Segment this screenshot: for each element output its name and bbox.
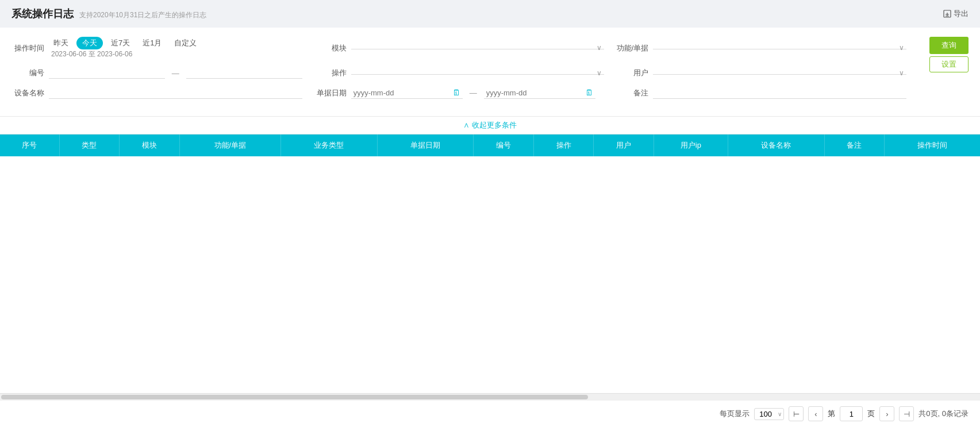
last1m-btn[interactable]: 近1月 (138, 37, 166, 49)
action-buttons: 查询 设置 (929, 37, 969, 72)
per-page-select[interactable]: 100 50 200 (754, 408, 784, 420)
time-range: 2023-06-06 至 2023-06-06 (51, 49, 201, 59)
remark-input[interactable] (653, 87, 906, 99)
data-table: 序号 类型 模块 功能/单据 业务类型 单据日期 编号 操作 用户 用户ip 设… (0, 134, 980, 156)
date-to-input[interactable] (486, 89, 583, 97)
last7-btn[interactable]: 近7天 (106, 37, 134, 49)
time-filter-cell: 操作时间 昨天 今天 近7天 近1月 自定义 2023-06-06 至 2023… (11, 37, 314, 59)
custom-btn[interactable]: 自定义 (170, 37, 201, 49)
table-wrapper: 序号 类型 模块 功能/单据 业务类型 单据日期 编号 操作 用户 用户ip 设… (0, 134, 980, 393)
device-filter-cell: 设备名称 (11, 87, 314, 99)
module-chevron-icon: ∨ (597, 44, 602, 52)
code-label: 编号 (11, 68, 49, 78)
remark-label: 备注 (616, 88, 653, 98)
op-filter-cell: 操作 ∨ (314, 67, 616, 79)
next-page-btn[interactable]: › (879, 406, 894, 421)
last-page-btn[interactable]: ⊣ (899, 406, 914, 421)
col-voucher-date: 单据日期 (377, 134, 474, 156)
page-unit: 页 (867, 409, 875, 419)
header-row: 序号 类型 模块 功能/单据 业务类型 单据日期 编号 操作 用户 用户ip 设… (0, 134, 980, 156)
col-func: 功能/单据 (179, 134, 280, 156)
table-header: 序号 类型 模块 功能/单据 业务类型 单据日期 编号 操作 用户 用户ip 设… (0, 134, 980, 156)
collapse-bar[interactable]: ∧ 收起更多条件 (0, 117, 980, 134)
date-to-wrapper[interactable]: 🗓 (484, 87, 595, 99)
user-label: 用户 (616, 68, 653, 78)
date-from-input[interactable] (353, 89, 450, 97)
op-label: 操作 (314, 68, 351, 78)
per-page-label: 每页显示 (720, 409, 750, 419)
remark-filter-cell: 备注 (616, 87, 918, 99)
prev-page-btn[interactable]: ‹ (808, 406, 823, 421)
col-op-time: 操作时间 (884, 134, 980, 156)
user-select[interactable]: ∨ (653, 72, 906, 75)
page-subtitle: 支持2020年10月31日之后产生的操作日志 (79, 10, 206, 20)
today-btn[interactable]: 今天 (76, 37, 103, 49)
module-label: 模块 (314, 43, 351, 53)
yesterday-btn[interactable]: 昨天 (49, 37, 73, 49)
func-chevron-icon: ∨ (899, 44, 904, 52)
total-info: 共0页, 0条记录 (918, 409, 969, 419)
voucher-date-label: 单据日期 (314, 88, 351, 98)
col-op: 操作 (533, 134, 593, 156)
collapse-label: 收起更多条件 (472, 121, 517, 129)
device-label: 设备名称 (11, 88, 49, 98)
page-label: 第 (828, 409, 835, 419)
page-title: 系统操作日志 (11, 7, 74, 21)
col-remark: 备注 (824, 134, 884, 156)
calendar-from-icon[interactable]: 🗓 (452, 88, 460, 97)
code-input-to[interactable] (186, 67, 302, 79)
title-area: 系统操作日志 支持2020年10月31日之后产生的操作日志 (11, 7, 206, 21)
col-user: 用户 (594, 134, 654, 156)
time-options: 昨天 今天 近7天 近1月 自定义 (49, 37, 201, 49)
op-select[interactable]: ∨ (351, 72, 605, 75)
query-button[interactable]: 查询 (929, 37, 969, 54)
horizontal-scrollbar[interactable] (0, 393, 980, 400)
per-page-wrapper[interactable]: 100 50 200 (754, 408, 784, 420)
col-device: 设备名称 (728, 134, 824, 156)
col-user-ip: 用户ip (654, 134, 728, 156)
device-input[interactable] (49, 87, 302, 99)
pagination-bar: 每页显示 100 50 200 ⊢ ‹ 第 页 › ⊣ 共0页, 0条记录 (0, 400, 980, 427)
op-chevron-icon: ∨ (597, 69, 602, 77)
page-header: 系统操作日志 支持2020年10月31日之后产生的操作日志 导出 (0, 0, 980, 28)
code-input-from[interactable] (49, 67, 165, 79)
voucher-date-filter-cell: 单据日期 🗓 — 🗓 (314, 87, 616, 99)
col-seq: 序号 (0, 134, 59, 156)
func-select[interactable]: ∨ (653, 47, 906, 49)
col-biz-type: 业务类型 (281, 134, 378, 156)
page-input[interactable] (840, 406, 863, 421)
col-module: 模块 (120, 134, 179, 156)
export-icon (943, 10, 951, 18)
filter-area: 操作时间 昨天 今天 近7天 近1月 自定义 2023-06-06 至 2023… (0, 28, 980, 117)
empty-area (0, 156, 980, 340)
scrollbar-thumb[interactable] (1, 395, 588, 399)
settings-button[interactable]: 设置 (929, 56, 969, 72)
user-filter-cell: 用户 ∨ (616, 67, 918, 79)
calendar-to-icon[interactable]: 🗓 (585, 88, 593, 97)
export-button[interactable]: 导出 (943, 9, 969, 19)
func-label: 功能/单据 (616, 43, 653, 53)
module-select[interactable]: ∨ (351, 47, 605, 49)
first-page-btn[interactable]: ⊢ (789, 406, 804, 421)
date-from-wrapper[interactable]: 🗓 (351, 87, 463, 99)
module-filter-cell: 模块 ∨ (314, 37, 616, 59)
time-label: 操作时间 (11, 43, 49, 53)
user-chevron-icon: ∨ (899, 69, 904, 77)
collapse-icon: ∧ (463, 121, 472, 129)
col-type: 类型 (59, 134, 119, 156)
code-filter-cell: 编号 — (11, 67, 314, 79)
func-filter-cell: 功能/单据 ∨ (616, 37, 918, 59)
col-code: 编号 (474, 134, 533, 156)
